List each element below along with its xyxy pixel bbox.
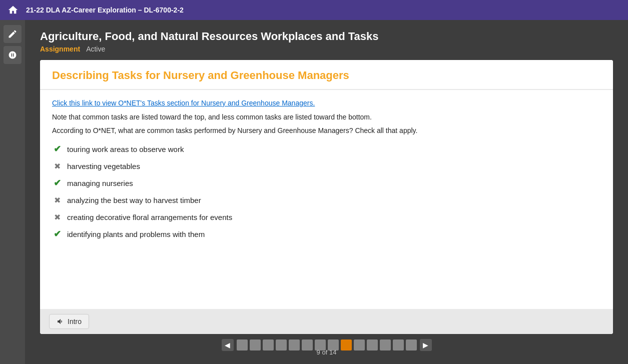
checkmark-icon: ✔ — [52, 144, 62, 154]
card-header: Describing Tasks for Nursery and Greenho… — [40, 60, 613, 90]
note-text: Note that common tasks are listed toward… — [52, 112, 601, 122]
check-item-5: ✔identifying plants and problems with th… — [52, 229, 601, 239]
active-label: Active — [86, 45, 105, 53]
checkmark-icon: ✔ — [52, 229, 62, 239]
topbar: 21-22 DLA AZ-Career Exploration – DL-670… — [0, 0, 628, 20]
intro-button-label: Intro — [68, 318, 82, 326]
card-body: Click this link to view O*NET's Tasks se… — [40, 90, 613, 309]
x-icon: ✖ — [52, 195, 62, 205]
home-icon[interactable] — [6, 3, 20, 17]
check-item-2: ✔managing nurseries — [52, 178, 601, 188]
content-area: Agriculture, Food, and Natural Resources… — [25, 20, 628, 364]
page-title: Agriculture, Food, and Natural Resources… — [40, 30, 613, 43]
bottom-section: ◀ ▶ 9 of 14 — [40, 334, 613, 359]
card-footer: Intro — [40, 309, 613, 334]
edit-button[interactable] — [4, 25, 22, 43]
topbar-title: 21-22 DLA AZ-Career Exploration – DL-670… — [26, 6, 184, 14]
check-item-text-4: creating decorative floral arrangements … — [67, 213, 232, 222]
onet-link[interactable]: Click this link to view O*NET's Tasks se… — [52, 99, 601, 107]
checklist: ✔touring work areas to observe work✖harv… — [52, 144, 601, 239]
question-text: According to O*NET, what are common task… — [52, 126, 601, 136]
check-item-text-0: touring work areas to observe work — [67, 145, 184, 154]
sidebar — [0, 20, 25, 364]
page-meta: Assignment Active — [40, 45, 613, 53]
assignment-label: Assignment — [40, 45, 80, 53]
check-item-0: ✔touring work areas to observe work — [52, 144, 601, 154]
intro-button[interactable]: Intro — [49, 314, 89, 329]
main-layout: Agriculture, Food, and Natural Resources… — [0, 20, 628, 364]
check-item-1: ✖harvesting vegetables — [52, 161, 601, 171]
card-title: Describing Tasks for Nursery and Greenho… — [52, 69, 601, 82]
page-counter: 9 of 14 — [40, 348, 613, 356]
check-item-text-5: identifying plants and problems with the… — [67, 230, 205, 238]
check-item-text-3: analyzing the best way to harvest timber — [67, 196, 201, 204]
audio-button[interactable] — [4, 46, 22, 64]
check-item-text-1: harvesting vegetables — [67, 162, 140, 170]
x-icon: ✖ — [52, 161, 62, 171]
check-item-text-2: managing nurseries — [67, 179, 133, 188]
page-header: Agriculture, Food, and Natural Resources… — [40, 30, 613, 53]
check-item-3: ✖analyzing the best way to harvest timbe… — [52, 195, 601, 205]
content-card: Describing Tasks for Nursery and Greenho… — [40, 60, 613, 334]
x-icon: ✖ — [52, 212, 62, 222]
check-item-4: ✖creating decorative floral arrangements… — [52, 212, 601, 222]
checkmark-icon: ✔ — [52, 178, 62, 188]
